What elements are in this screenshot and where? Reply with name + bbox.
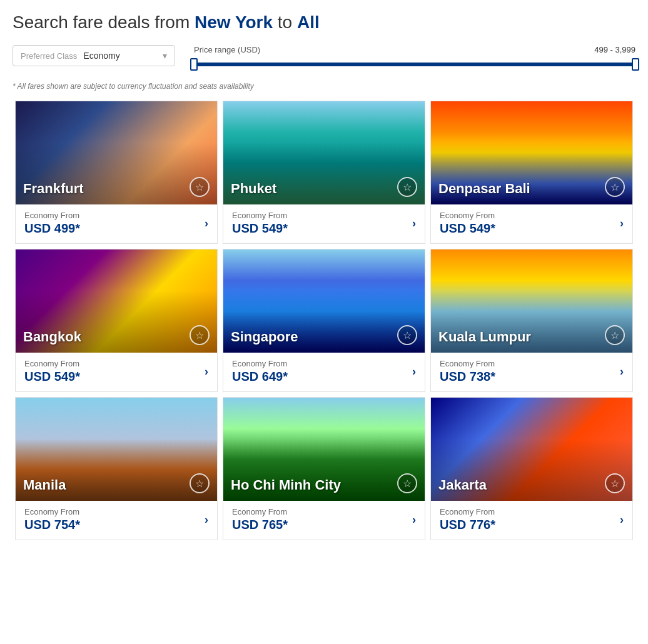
card-image-bali: Denpasar Bali ☆ (431, 101, 632, 204)
card-overlay-kuala-lumpur: Kuala Lumpur ☆ (431, 249, 632, 353)
slider-handle-min[interactable] (190, 58, 198, 71)
fare-info-kuala-lumpur: Economy From USD 738* (440, 359, 495, 384)
destination-card-phuket[interactable]: Phuket ☆ Economy From USD 549* › (223, 101, 425, 244)
price-range-label: Price range (USD) (194, 45, 260, 54)
card-info-frankfurt: Economy From USD 499* › (16, 204, 217, 243)
fare-info-bangkok: Economy From USD 549* (24, 359, 80, 384)
origin-city[interactable]: New York (195, 13, 273, 32)
dropdown-arrow-icon: ▾ (163, 51, 167, 61)
card-info-singapore: Economy From USD 649* › (223, 353, 425, 391)
city-name-bali: Denpasar Bali (438, 181, 530, 197)
destination-card-bali[interactable]: Denpasar Bali ☆ Economy From USD 549* › (430, 101, 633, 244)
fare-info-hochiminh: Economy From USD 765* (232, 507, 288, 532)
price-frankfurt: USD 499* (24, 221, 80, 236)
price-kuala-lumpur: USD 738* (440, 370, 495, 384)
destination-city[interactable]: All (297, 13, 320, 32)
city-name-manila: Manila (23, 477, 66, 493)
star-icon-frankfurt: ☆ (195, 181, 204, 193)
destination-card-manila[interactable]: Manila ☆ Economy From USD 754* › (15, 397, 218, 540)
favorite-button-phuket[interactable]: ☆ (397, 177, 417, 197)
favorite-button-bali[interactable]: ☆ (605, 177, 625, 197)
class-label-jakarta: Economy From (440, 507, 495, 516)
chevron-right-icon-hochiminh: › (412, 513, 416, 526)
page-header: Search fare deals from New York to All (0, 0, 648, 39)
chevron-right-icon-singapore: › (412, 365, 416, 378)
preferred-class-dropdown[interactable]: Preferred Class Economy ▾ (13, 45, 175, 66)
card-info-kuala-lumpur: Economy From USD 738* › (431, 353, 632, 391)
card-image-jakarta: Jakarta ☆ (431, 398, 632, 501)
chevron-right-icon-phuket: › (412, 217, 416, 230)
favorite-button-jakarta[interactable]: ☆ (605, 473, 625, 493)
star-icon-bangkok: ☆ (195, 330, 204, 341)
star-icon-bali: ☆ (610, 181, 619, 193)
chevron-right-icon-kuala-lumpur: › (620, 365, 624, 378)
card-overlay-manila: Manila ☆ (16, 398, 217, 501)
city-name-phuket: Phuket (231, 181, 276, 197)
slider-handle-max[interactable] (632, 58, 639, 71)
star-icon-manila: ☆ (195, 478, 204, 490)
favorite-button-frankfurt[interactable]: ☆ (190, 177, 210, 197)
favorite-button-manila[interactable]: ☆ (190, 473, 210, 493)
search-text-prefix: Search fare deals from (13, 13, 190, 32)
class-label-frankfurt: Economy From (24, 211, 80, 220)
destination-card-jakarta[interactable]: Jakarta ☆ Economy From USD 776* › (430, 397, 633, 540)
price-range-header: Price range (USD) 499 - 3,999 (194, 45, 635, 54)
city-name-hochiminh: Ho Chi Minh City (231, 477, 341, 493)
favorite-button-hochiminh[interactable]: ☆ (397, 473, 417, 493)
card-overlay-hochiminh: Ho Chi Minh City ☆ (223, 398, 425, 501)
class-label-kuala-lumpur: Economy From (440, 359, 495, 368)
card-overlay-bali: Denpasar Bali ☆ (431, 101, 632, 204)
card-info-bangkok: Economy From USD 549* › (16, 353, 217, 391)
fare-info-jakarta: Economy From USD 776* (440, 507, 495, 532)
card-info-bali: Economy From USD 549* › (431, 204, 632, 243)
star-icon-kuala-lumpur: ☆ (610, 330, 619, 341)
class-label-phuket: Economy From (232, 211, 288, 220)
price-bali: USD 549* (440, 221, 495, 236)
fare-info-bali: Economy From USD 549* (440, 211, 495, 236)
card-image-bangkok: Bangkok ☆ (16, 249, 217, 353)
destination-card-singapore[interactable]: Singapore ☆ Economy From USD 649* › (223, 249, 425, 392)
destination-card-bangkok[interactable]: Bangkok ☆ Economy From USD 549* › (15, 249, 218, 392)
favorite-button-singapore[interactable]: ☆ (397, 325, 417, 345)
slider-bar (194, 63, 635, 66)
city-name-kuala-lumpur: Kuala Lumpur (438, 329, 531, 345)
destination-card-hochiminh[interactable]: Ho Chi Minh City ☆ Economy From USD 765*… (223, 397, 425, 540)
price-jakarta: USD 776* (440, 518, 495, 532)
price-hochiminh: USD 765* (232, 518, 288, 532)
class-label-hochiminh: Economy From (232, 507, 288, 516)
card-overlay-frankfurt: Frankfurt ☆ (16, 101, 217, 204)
price-manila: USD 754* (24, 518, 80, 532)
preferred-class-value: Economy (83, 51, 158, 61)
chevron-right-icon-jakarta: › (620, 513, 624, 526)
card-image-hochiminh: Ho Chi Minh City ☆ (223, 398, 425, 501)
card-info-jakarta: Economy From USD 776* › (431, 501, 632, 540)
card-info-phuket: Economy From USD 549* › (223, 204, 425, 243)
card-image-phuket: Phuket ☆ (223, 101, 425, 204)
card-overlay-bangkok: Bangkok ☆ (16, 249, 217, 353)
star-icon-hochiminh: ☆ (403, 478, 412, 490)
chevron-right-icon-bangkok: › (205, 365, 208, 378)
city-name-bangkok: Bangkok (23, 329, 81, 345)
search-title: Search fare deals from New York to All (13, 13, 635, 33)
price-range-slider[interactable] (194, 58, 635, 71)
to-text: to (278, 13, 292, 32)
fare-info-frankfurt: Economy From USD 499* (24, 211, 80, 236)
star-icon-phuket: ☆ (403, 181, 412, 193)
favorite-button-bangkok[interactable]: ☆ (190, 325, 210, 345)
price-bangkok: USD 549* (24, 370, 80, 384)
card-info-manila: Economy From USD 754* › (16, 501, 217, 540)
favorite-button-kuala-lumpur[interactable]: ☆ (605, 325, 625, 345)
card-image-manila: Manila ☆ (16, 398, 217, 501)
chevron-right-icon-bali: › (620, 217, 624, 230)
city-name-singapore: Singapore (231, 329, 298, 345)
price-range-section: Price range (USD) 499 - 3,999 (194, 45, 635, 71)
fare-info-singapore: Economy From USD 649* (232, 359, 288, 384)
class-label-manila: Economy From (24, 507, 80, 516)
price-singapore: USD 649* (232, 370, 288, 384)
fare-info-phuket: Economy From USD 549* (232, 211, 288, 236)
star-icon-singapore: ☆ (403, 330, 412, 341)
destination-card-kuala-lumpur[interactable]: Kuala Lumpur ☆ Economy From USD 738* › (430, 249, 633, 392)
destination-card-frankfurt[interactable]: Frankfurt ☆ Economy From USD 499* › (15, 101, 218, 244)
card-image-kuala-lumpur: Kuala Lumpur ☆ (431, 249, 632, 353)
chevron-right-icon-frankfurt: › (205, 217, 208, 230)
